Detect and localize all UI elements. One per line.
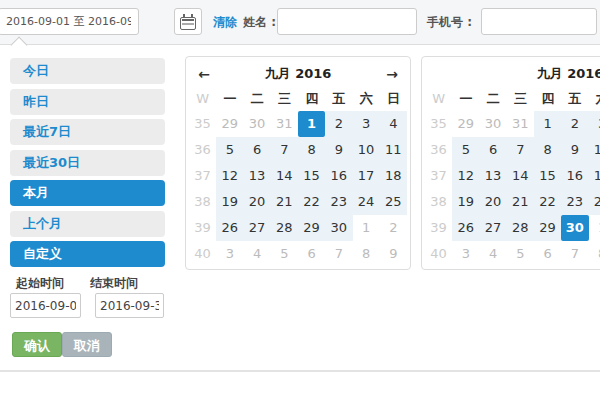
day-cell[interactable]: 7: [271, 137, 298, 163]
day-cell[interactable]: 5: [452, 137, 479, 163]
day-cell[interactable]: 9: [380, 241, 407, 267]
name-input[interactable]: [277, 8, 417, 35]
day-cell[interactable]: 9: [325, 137, 352, 163]
calendar-title: 九月 2016: [461, 65, 600, 83]
day-cell[interactable]: 6: [480, 137, 507, 163]
day-cell[interactable]: 31: [271, 111, 298, 137]
day-cell[interactable]: 29: [216, 111, 243, 137]
day-cell[interactable]: 16: [325, 163, 352, 189]
next-month-button[interactable]: →: [377, 66, 407, 82]
week-number: 37: [425, 163, 452, 189]
day-cell[interactable]: 19: [216, 189, 243, 215]
day-cell[interactable]: 28: [507, 215, 534, 241]
clear-link[interactable]: 清除: [213, 14, 237, 31]
calendar-picker-button[interactable]: [174, 8, 202, 35]
day-cell[interactable]: 27: [244, 215, 271, 241]
day-cell[interactable]: 13: [480, 163, 507, 189]
day-cell[interactable]: 1: [353, 215, 380, 241]
day-cell[interactable]: 6: [534, 241, 561, 267]
day-cell[interactable]: 14: [507, 163, 534, 189]
day-cell[interactable]: 5: [507, 241, 534, 267]
day-cell[interactable]: 2: [561, 111, 588, 137]
day-cell[interactable]: 17: [589, 163, 600, 189]
day-cell[interactable]: 3: [452, 241, 479, 267]
day-cell[interactable]: 21: [507, 189, 534, 215]
day-cell[interactable]: 4: [380, 111, 407, 137]
sidebar-item-3[interactable]: 最近30日: [10, 150, 165, 176]
day-cell[interactable]: 2: [380, 215, 407, 241]
day-cell[interactable]: 1: [589, 215, 600, 241]
day-cell[interactable]: 14: [271, 163, 298, 189]
sidebar-item-5[interactable]: 上个月: [10, 211, 165, 237]
day-cell[interactable]: 12: [216, 163, 243, 189]
day-cell[interactable]: 29: [452, 111, 479, 137]
day-cell[interactable]: 23: [325, 189, 352, 215]
day-cell[interactable]: 8: [534, 137, 561, 163]
day-cell[interactable]: 13: [244, 163, 271, 189]
sidebar-item-2[interactable]: 最近7日: [10, 119, 165, 145]
day-cell[interactable]: 8: [353, 241, 380, 267]
day-cell[interactable]: 10: [589, 137, 600, 163]
day-cell[interactable]: 4: [480, 241, 507, 267]
week-row: 403456789: [189, 241, 407, 267]
day-cell[interactable]: 1: [534, 111, 561, 137]
day-cell[interactable]: 29: [298, 215, 325, 241]
day-cell[interactable]: 23: [561, 189, 588, 215]
day-cell[interactable]: 20: [244, 189, 271, 215]
day-cell[interactable]: 7: [561, 241, 588, 267]
day-cell[interactable]: 4: [244, 241, 271, 267]
day-cell[interactable]: 17: [353, 163, 380, 189]
week-number: 39: [425, 215, 452, 241]
day-cell[interactable]: 30: [561, 215, 588, 241]
day-cell[interactable]: 20: [480, 189, 507, 215]
day-cell[interactable]: 2: [325, 111, 352, 137]
sidebar-item-1[interactable]: 昨日: [10, 89, 165, 115]
day-cell[interactable]: 3: [216, 241, 243, 267]
sidebar-item-4[interactable]: 本月: [10, 180, 165, 206]
day-cell[interactable]: 6: [298, 241, 325, 267]
day-cell[interactable]: 21: [271, 189, 298, 215]
day-cell[interactable]: 31: [507, 111, 534, 137]
day-cell[interactable]: 19: [452, 189, 479, 215]
day-cell[interactable]: 28: [271, 215, 298, 241]
day-cell[interactable]: 26: [452, 215, 479, 241]
day-cell[interactable]: 25: [380, 189, 407, 215]
start-time-input[interactable]: [10, 293, 81, 318]
day-cell[interactable]: 9: [561, 137, 588, 163]
day-cell[interactable]: 16: [561, 163, 588, 189]
day-cell[interactable]: 15: [298, 163, 325, 189]
end-time-input[interactable]: [95, 293, 164, 318]
prev-month-button[interactable]: ←: [189, 66, 219, 82]
day-cell[interactable]: 10: [353, 137, 380, 163]
cancel-button[interactable]: 取消: [62, 332, 112, 357]
day-cell[interactable]: 30: [325, 215, 352, 241]
sidebar-item-6[interactable]: 自定义: [10, 241, 165, 267]
day-cell[interactable]: 3: [589, 111, 600, 137]
day-cell[interactable]: 22: [534, 189, 561, 215]
day-cell[interactable]: 8: [589, 241, 600, 267]
day-cell[interactable]: 12: [452, 163, 479, 189]
day-cell[interactable]: 11: [380, 137, 407, 163]
day-cell[interactable]: 5: [216, 137, 243, 163]
day-cell[interactable]: 24: [353, 189, 380, 215]
day-cell[interactable]: 30: [480, 111, 507, 137]
phone-input[interactable]: [481, 8, 597, 35]
day-cell[interactable]: 1: [298, 111, 325, 137]
day-cell[interactable]: 3: [353, 111, 380, 137]
date-range-input[interactable]: [0, 8, 139, 35]
day-cell[interactable]: 7: [507, 137, 534, 163]
day-cell[interactable]: 15: [534, 163, 561, 189]
day-cell[interactable]: 30: [244, 111, 271, 137]
day-cell[interactable]: 24: [589, 189, 600, 215]
day-cell[interactable]: 26: [216, 215, 243, 241]
day-cell[interactable]: 8: [298, 137, 325, 163]
day-cell[interactable]: 6: [244, 137, 271, 163]
day-cell[interactable]: 5: [271, 241, 298, 267]
sidebar-item-0[interactable]: 今日: [10, 58, 165, 84]
day-cell[interactable]: 22: [298, 189, 325, 215]
day-cell[interactable]: 29: [534, 215, 561, 241]
day-cell[interactable]: 27: [480, 215, 507, 241]
day-cell[interactable]: 7: [325, 241, 352, 267]
day-cell[interactable]: 18: [380, 163, 407, 189]
confirm-button[interactable]: 确认: [12, 332, 62, 357]
